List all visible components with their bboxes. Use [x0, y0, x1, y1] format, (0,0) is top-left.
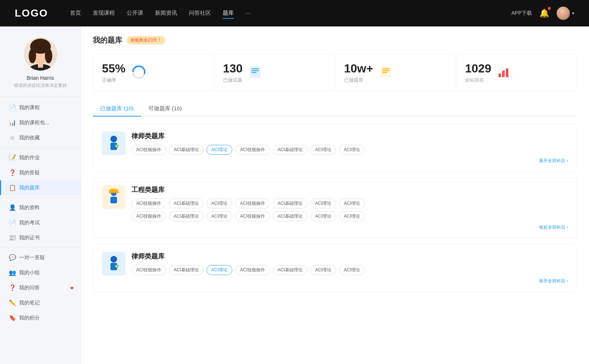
- sidebar-item-favorites[interactable]: ☆ 我的收藏: [0, 130, 81, 145]
- tag-2-e6[interactable]: ACI理论: [310, 211, 336, 221]
- qbank-tags-3: ACI技能操作 ACI基础理论 ACI理论 ACI技能操作 ACI基础理论 AC…: [131, 265, 568, 275]
- notification-bell[interactable]: 🔔: [539, 8, 549, 18]
- sidebar-item-packages[interactable]: 📊 我的课程包...: [0, 115, 81, 130]
- qbank-tags-2-row2: ACI技能操作 ACI基础理论 ACI理论 ACI技能操作 ACI基础理论 AC…: [131, 211, 568, 221]
- tag-3-7[interactable]: ACI理论: [339, 265, 365, 275]
- tag-3-1[interactable]: ACI技能操作: [131, 265, 166, 275]
- questions-icon: ❓: [9, 284, 15, 291]
- qbank-title-3: 律师类题库: [131, 252, 568, 261]
- notes-icon: ✏️: [9, 299, 15, 306]
- qbank-icon-lawyer-1: [102, 132, 126, 155]
- qbank-icon: 📋: [9, 184, 15, 191]
- svg-rect-28: [110, 197, 117, 203]
- expand-link-3[interactable]: 展开全部科目 ›: [131, 278, 568, 284]
- banks-label: 已做题库: [344, 77, 373, 83]
- accuracy-value: 55%: [102, 62, 126, 75]
- sidebar-label-1on1: 一对一答疑: [19, 254, 45, 261]
- qbank-icon-engineer-2: [102, 185, 126, 209]
- stats-row: 55% 正确率 130 已做试题: [93, 54, 577, 91]
- nav-qa[interactable]: 问答社区: [189, 8, 211, 19]
- sidebar-item-profile[interactable]: 👤 我的资料: [0, 200, 81, 215]
- nav-more[interactable]: ···: [246, 8, 250, 19]
- tab-done[interactable]: 已做题库 (10): [93, 101, 141, 116]
- tag-2-2[interactable]: ACI基础理论: [169, 199, 204, 208]
- app-download-link[interactable]: APP下载: [511, 10, 532, 17]
- sidebar-item-points[interactable]: 🔖 我的积分: [0, 310, 81, 325]
- qbank-header-3: 律师类题库 ACI技能操作 ACI基础理论 ACI理论 ACI技能操作 ACI基…: [102, 252, 568, 284]
- tag-2-e1[interactable]: ACI技能操作: [131, 211, 166, 221]
- tag-2-e5[interactable]: ACI基础理论: [273, 211, 307, 221]
- stat-accuracy-info: 55% 正确率: [102, 62, 126, 83]
- sidebar-label-courses: 我的课程: [19, 104, 40, 111]
- qbank-content-1: 律师类题库 ACI技能操作 ACI基础理论 ACI理论 ACI技能操作 ACI基…: [131, 132, 568, 164]
- favorites-icon: ☆: [9, 134, 15, 141]
- svg-rect-18: [382, 72, 387, 73]
- questions-list-icon: [248, 65, 262, 79]
- exam-icon: 📄: [9, 219, 15, 226]
- sidebar-item-1on1[interactable]: 💬 一对一答疑: [0, 250, 81, 265]
- tag-3-5[interactable]: ACI基础理论: [273, 265, 307, 275]
- ranking-value: 1029: [465, 62, 491, 75]
- stat-ranking-info: 1029 全站排名: [465, 62, 491, 83]
- nav-news[interactable]: 新闻资讯: [155, 8, 177, 19]
- banks-list-icon: [379, 65, 392, 79]
- logo: LOGO: [15, 7, 48, 19]
- qbank-card-2: 工程类题库 ACI技能操作 ACI基础理论 ACI理论 ACI技能操作 ACI基…: [93, 178, 577, 238]
- sidebar-item-notes[interactable]: ✏️ 我的笔记: [0, 295, 81, 310]
- svg-rect-27: [109, 192, 119, 193]
- tag-1-7[interactable]: ACI理论: [339, 145, 365, 155]
- trial-badge: 体验剩余23天！: [127, 36, 165, 44]
- user-avatar-area[interactable]: ▾: [557, 7, 574, 20]
- tag-3-2[interactable]: ACI基础理论: [169, 265, 204, 275]
- tag-2-e4[interactable]: ACI技能操作: [235, 211, 270, 221]
- tag-3-3[interactable]: ACI理论: [207, 265, 232, 275]
- tab-available[interactable]: 可做题库 (10): [141, 101, 189, 116]
- tag-1-5[interactable]: ACI基础理论: [273, 145, 307, 155]
- tag-2-3[interactable]: ACI理论: [207, 199, 232, 208]
- tag-2-5[interactable]: ACI基础理论: [273, 199, 307, 208]
- tag-1-4[interactable]: ACI技能操作: [235, 145, 270, 155]
- lawyer-figure-icon-1: [105, 135, 123, 152]
- sidebar-item-exam[interactable]: 📄 我的考试: [0, 215, 81, 230]
- nav-qbank[interactable]: 题库: [223, 8, 234, 19]
- header-right: APP下载 🔔 ▾: [511, 7, 574, 20]
- sidebar-item-group[interactable]: 👥 我的小组: [0, 265, 81, 280]
- accuracy-label: 正确率: [102, 77, 126, 83]
- nav-opencourse[interactable]: 公开课: [127, 8, 143, 19]
- profile-icon: 👤: [9, 204, 15, 211]
- tag-1-3[interactable]: ACI理论: [207, 145, 232, 155]
- qbank-card-1: 律师类题库 ACI技能操作 ACI基础理论 ACI理论 ACI技能操作 ACI基…: [93, 124, 577, 172]
- tag-1-6[interactable]: ACI理论: [310, 145, 336, 155]
- stat-accuracy: 55% 正确率: [93, 54, 214, 91]
- sidebar-nav: 📄 我的课程 📊 我的课程包... ☆ 我的收藏 📝 我的作业 ❓ 我的答疑 �: [0, 96, 81, 329]
- collapse-link-2[interactable]: 收起全部科目 ›: [131, 224, 568, 231]
- qbank-header-1: 律师类题库 ACI技能操作 ACI基础理论 ACI理论 ACI技能操作 ACI基…: [102, 132, 568, 164]
- nav-discover[interactable]: 发现课程: [93, 8, 115, 19]
- tag-2-e7[interactable]: ACI理论: [339, 211, 365, 221]
- sidebar-item-homework[interactable]: 📝 我的作业: [0, 150, 81, 165]
- tabs-row: 已做题库 (10) 可做题库 (10): [93, 101, 577, 117]
- tag-2-6[interactable]: ACI理论: [310, 199, 336, 208]
- tag-2-4[interactable]: ACI技能操作: [235, 199, 270, 208]
- sidebar-label-qbank: 我的题库: [19, 185, 40, 191]
- sidebar-item-courses[interactable]: 📄 我的课程: [0, 100, 81, 115]
- sidebar-item-qa[interactable]: ❓ 我的答疑: [0, 165, 81, 180]
- tag-1-2[interactable]: ACI基础理论: [169, 145, 204, 155]
- profile-avatar-svg: [24, 38, 57, 71]
- tag-2-e3[interactable]: ACI理论: [207, 211, 232, 221]
- nav-home[interactable]: 首页: [70, 8, 81, 19]
- tag-2-7[interactable]: ACI理论: [339, 199, 365, 208]
- expand-link-1[interactable]: 展开全部科目 ›: [131, 158, 568, 164]
- tag-2-1[interactable]: ACI技能操作: [131, 199, 166, 208]
- sidebar-item-questions[interactable]: ❓ 我的问答: [0, 280, 81, 295]
- tag-1-1[interactable]: ACI技能操作: [131, 145, 166, 155]
- tag-3-4[interactable]: ACI技能操作: [235, 265, 270, 275]
- qbank-tags-1: ACI技能操作 ACI基础理论 ACI理论 ACI技能操作 ACI基础理论 AC…: [131, 145, 568, 155]
- svg-rect-14: [251, 72, 257, 73]
- profile-name: Brian Harris: [7, 75, 73, 81]
- tag-3-6[interactable]: ACI理论: [310, 265, 336, 275]
- tag-2-e2[interactable]: ACI基础理论: [169, 211, 204, 221]
- sidebar-item-qbank[interactable]: 📋 我的题库: [0, 180, 81, 195]
- sidebar-label-questions: 我的问答: [19, 285, 40, 291]
- sidebar-item-certificate[interactable]: 📰 我的证书: [0, 230, 81, 245]
